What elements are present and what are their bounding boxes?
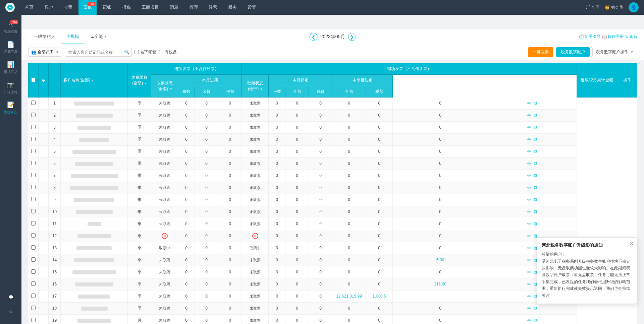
edit-btn[interactable]: ✏ — [527, 148, 532, 155]
copy-btn[interactable]: ⧉ — [533, 196, 538, 203]
edit-btn[interactable]: ✏ — [527, 281, 532, 287]
th-quota[interactable]: 纳税限额(全部) ▾ — [128, 63, 151, 98]
edit-btn[interactable]: ✏ — [527, 160, 532, 167]
nav-fee[interactable]: 收费 — [59, 0, 77, 15]
has-tax-disk-checkbox[interactable] — [159, 50, 163, 54]
row-checkbox[interactable] — [31, 149, 36, 153]
red-tax-link[interactable]: 1,638.5 — [372, 294, 386, 299]
cell-client-name[interactable] — [61, 266, 128, 278]
sidebar-item-smart-ticket[interactable]: 🖨 智能取票 new — [0, 17, 21, 38]
copy-btn[interactable]: ⧉ — [533, 148, 538, 155]
checkbox-has-tax-disk[interactable]: 有税盘 — [159, 49, 177, 55]
cell-checkbox[interactable] — [29, 314, 39, 324]
nav-service[interactable]: 服务 — [223, 0, 241, 15]
row-checkbox[interactable] — [31, 221, 36, 225]
cell-checkbox[interactable] — [29, 182, 39, 194]
nav-settings[interactable]: 设置 — [243, 0, 261, 15]
copy-btn[interactable]: ⧉ — [533, 208, 538, 215]
row-checkbox[interactable] — [31, 113, 36, 117]
cell-client-name[interactable] — [61, 314, 128, 324]
under-account-checkbox[interactable] — [135, 50, 139, 54]
edit-btn[interactable]: ✏ — [527, 317, 532, 324]
copy-btn[interactable]: ⧉ — [533, 136, 538, 143]
edit-btn[interactable]: ✏ — [527, 293, 532, 300]
cell-client-name[interactable] — [61, 170, 128, 182]
cell-checkbox[interactable] — [29, 133, 39, 145]
edit-btn[interactable]: ✏ — [527, 112, 532, 119]
cell-client-name[interactable] — [61, 230, 128, 242]
cell-client-name[interactable] — [61, 242, 128, 254]
th-client-name[interactable]: 客户名称(全部) ▾ — [61, 63, 128, 98]
cell-checkbox[interactable] — [29, 170, 39, 182]
copy-btn[interactable]: ⧉ — [533, 112, 538, 119]
employee-select[interactable]: 👥 全部员工 ▼ — [28, 48, 62, 57]
cumulative-link[interactable]: 211.00 — [434, 282, 446, 286]
cell-checkbox[interactable] — [29, 194, 39, 206]
edit-btn[interactable]: ✏ — [527, 245, 532, 251]
cell-checkbox[interactable] — [29, 230, 39, 242]
sidebar-item-invoice-open[interactable]: 📄 发票开具 — [0, 38, 21, 58]
row-checkbox[interactable] — [31, 101, 36, 105]
fullscreen-btn[interactable]: ⛶ 全屏 — [586, 5, 599, 10]
edit-btn[interactable]: ✏ — [527, 196, 532, 203]
sidebar-item-invoice-summary[interactable]: 📊 票据汇总 — [0, 58, 21, 78]
row-checkbox[interactable] — [31, 185, 36, 189]
cell-client-name[interactable] — [61, 302, 128, 314]
cell-checkbox[interactable] — [29, 242, 39, 254]
row-checkbox[interactable] — [31, 257, 36, 262]
cell-client-name[interactable] — [61, 290, 128, 302]
digital-account-btn[interactable]: 税务数字账户 — [556, 47, 590, 57]
nav-ticket[interactable]: 票据 new — [78, 0, 97, 15]
copy-btn[interactable]: ⧉ — [533, 317, 538, 324]
row-checkbox[interactable] — [31, 125, 36, 129]
cell-checkbox[interactable] — [29, 109, 39, 121]
cell-client-name[interactable] — [61, 157, 128, 170]
select-all-checkbox[interactable] — [31, 78, 36, 82]
nav-manage[interactable]: 管理 — [184, 0, 203, 15]
nav-client[interactable]: 客户 — [40, 0, 58, 15]
row-checkbox[interactable] — [31, 245, 36, 250]
next-month-btn[interactable]: ❯ — [348, 33, 356, 41]
sidebar-item-scan-upload[interactable]: 📷 扫描上传 — [0, 78, 21, 98]
cell-client-name[interactable] — [61, 109, 128, 121]
row-checkbox[interactable] — [31, 306, 36, 310]
edit-btn[interactable]: ✏ — [527, 184, 532, 191]
cell-checkbox[interactable] — [29, 302, 39, 314]
nav-operations[interactable]: 经营 — [204, 0, 222, 15]
tab-small-scale[interactable]: 小规模 — [61, 29, 85, 44]
new-guide-btn[interactable]: ? 新手引导 — [579, 34, 601, 40]
cell-checkbox[interactable] — [29, 145, 39, 157]
notification-close-btn[interactable]: ✕ — [629, 240, 634, 247]
nav-home[interactable]: 首页 — [20, 0, 38, 15]
cell-checkbox[interactable] — [29, 157, 39, 170]
sidebar-settings-btn[interactable]: ⚙ — [4, 305, 17, 319]
cell-checkbox[interactable] — [29, 121, 39, 133]
refresh-btn[interactable]: ↻ 刷新 — [625, 34, 637, 40]
cell-checkbox[interactable] — [29, 206, 39, 218]
edit-btn[interactable]: ✏ — [527, 220, 532, 227]
sidebar-item-invoice-entry[interactable]: 📝 票据录入 — [0, 98, 21, 118]
edit-btn[interactable]: ✏ — [527, 136, 532, 143]
red-amount-link[interactable]: 12,621,319.99 — [336, 294, 362, 299]
upgrade-btn[interactable]: 👑 购会员 — [605, 5, 623, 10]
edit-btn[interactable]: ✏ — [527, 257, 532, 263]
cell-client-name[interactable] — [61, 98, 128, 110]
cell-client-name[interactable] — [61, 194, 128, 206]
checkbox-under-account[interactable]: 名下账套 — [135, 49, 156, 55]
cell-checkbox[interactable] — [29, 290, 39, 302]
tab-general-taxpayer[interactable]: 一般纳税人 — [28, 29, 61, 44]
row-checkbox[interactable] — [31, 173, 36, 177]
row-checkbox[interactable] — [31, 281, 36, 286]
row-checkbox[interactable] — [31, 318, 36, 322]
tab-all[interactable]: ☁ 全能 ▼ — [85, 29, 112, 44]
nav-tax[interactable]: 报税 — [117, 0, 136, 15]
cell-checkbox[interactable] — [29, 254, 39, 266]
prev-month-btn[interactable]: ❮ — [310, 33, 318, 41]
cell-checkbox[interactable] — [29, 218, 39, 230]
edit-btn[interactable]: ✏ — [527, 124, 532, 131]
edit-btn[interactable]: ✏ — [527, 100, 532, 107]
row-checkbox[interactable] — [31, 197, 36, 201]
copy-btn[interactable]: ⧉ — [533, 220, 538, 228]
edit-btn[interactable]: ✏ — [527, 208, 532, 215]
cell-client-name[interactable] — [61, 121, 128, 133]
